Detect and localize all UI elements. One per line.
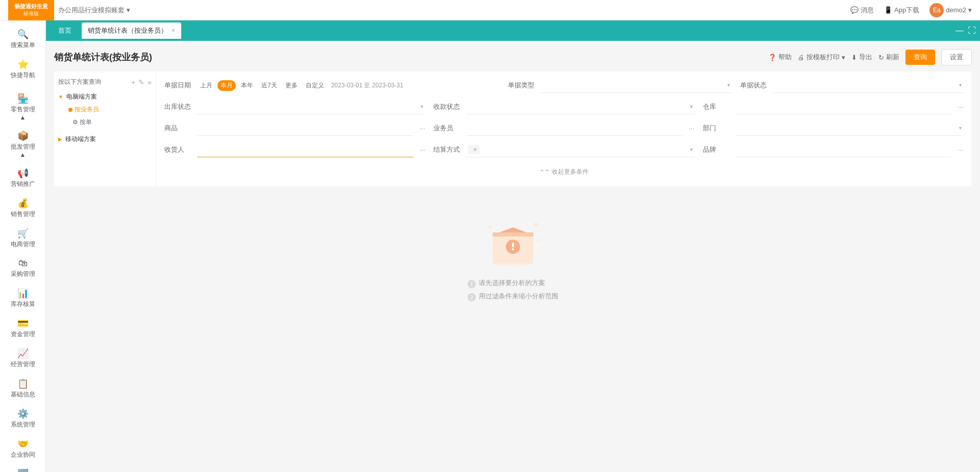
out-status-label: 出库状态	[164, 102, 193, 111]
filter-doc-type-field: 单据类型 ▾	[508, 78, 731, 93]
print-btn[interactable]: 🖨 按模板打印 ▾	[798, 53, 845, 62]
sidebar-item-basic-info[interactable]: 📋 基础信息	[3, 374, 43, 403]
content-area: 首页 销货单统计表（按业务员） × — ⛶ 销货单统计表(按业务员)	[46, 20, 980, 472]
filter-panel: 按以下方案查询 + ✎ « ▼ 电脑端方案	[54, 72, 972, 186]
sidebar-item-purchase[interactable]: 🛍 采购管理	[3, 254, 43, 282]
sidebar-item-retail[interactable]: 🏪 零售管理 ▲	[3, 89, 43, 125]
tab-active[interactable]: 销货单统计表（按业务员） ×	[82, 22, 181, 39]
date-this-month-btn[interactable]: 本月	[217, 80, 236, 91]
help-btn[interactable]: ❓ 帮助	[768, 53, 792, 62]
payment-tag-close-btn[interactable]: ×	[473, 146, 477, 153]
sidebar-item-inventory[interactable]: 📊 库存核算	[3, 284, 43, 313]
salesperson-more-icon[interactable]: ···	[689, 124, 695, 132]
page-content: 销货单统计表(按业务员) ❓ 帮助 🖨 按模板打印 ▾ ⬇	[46, 41, 980, 472]
tab-home[interactable]: 首页	[50, 20, 80, 41]
filter-area: 单据日期 上月 本月 本年 近7天 更多 自定义 2023-03-01 至 20…	[156, 72, 972, 186]
filter-row-1: 单据日期 上月 本月 本年 近7天 更多 自定义 2023-03-01 至 20…	[164, 78, 964, 93]
logo: 畅捷通好生意 标准版	[8, 0, 54, 20]
sidebar-item-marketing[interactable]: 📢 营销推广	[3, 163, 43, 193]
sidebar-item-sales[interactable]: 💰 销售管理	[3, 194, 43, 223]
scheme-item-by-doc[interactable]: ⚙ 按单	[58, 116, 152, 129]
sidebar-item-onboarding[interactable]: 🆕 新手引导	[3, 464, 43, 472]
sidebar-item-search[interactable]: 🔍 搜索菜单	[3, 25, 43, 54]
receive-status-label: 收款状态	[433, 102, 462, 111]
empty-hint-1: 1 请先选择要分析的方案	[468, 278, 558, 290]
payment-method-chevron-icon: ▾	[690, 147, 693, 152]
scheme-group-header-pc[interactable]: ▼ 电脑端方案	[58, 90, 152, 103]
out-status-select[interactable]: ▾	[197, 99, 425, 114]
app-download-btn[interactable]: 📱 App下载	[884, 6, 919, 15]
consignee-label: 收货人	[164, 145, 193, 154]
brand-more-icon[interactable]: ···	[958, 146, 964, 154]
filter-receive-status-field: 收款状态 ▾	[433, 99, 694, 114]
date-more-btn[interactable]: 更多	[282, 80, 301, 91]
query-btn[interactable]: 查询	[905, 50, 935, 65]
warehouse-input[interactable]	[736, 99, 952, 114]
scheme-collapse-btn[interactable]: «	[148, 78, 152, 86]
scheme-edit-btn[interactable]: ✎	[138, 78, 144, 86]
doc-status-label: 单据状态	[740, 81, 769, 90]
logo-text: 畅捷通好生意	[14, 3, 48, 10]
sidebar-item-wholesale[interactable]: 📦 批发管理 ▲	[3, 126, 43, 162]
doc-status-select[interactable]: ▾	[773, 78, 964, 93]
collapse-btn[interactable]: ⌃⌃ 收起更多条件	[540, 168, 589, 176]
messages-btn[interactable]: 💬 消息	[850, 6, 874, 15]
sidebar-item-system[interactable]: ⚙️ 系统管理	[3, 404, 43, 433]
page-actions: ❓ 帮助 🖨 按模板打印 ▾ ⬇ 导出 ↻	[768, 49, 972, 65]
app-dropdown[interactable]: 办公用品行业模拟账套 ▾	[58, 6, 130, 15]
date-custom-btn[interactable]: 自定义	[303, 80, 327, 91]
doc-type-chevron-icon: ▾	[727, 82, 730, 88]
salesperson-input[interactable]	[466, 121, 682, 136]
header-left: 畅捷通好生意 标准版 办公用品行业模拟账套 ▾	[8, 0, 130, 20]
refresh-btn[interactable]: ↻ 刷新	[878, 53, 899, 62]
receive-status-chevron-icon: ▾	[690, 104, 693, 109]
tab-maximize-btn[interactable]: ⛶	[968, 26, 976, 35]
sidebar-item-operations[interactable]: 📈 经营管理	[3, 344, 43, 373]
scheme-item-by-salesperson[interactable]: 按业务员	[58, 103, 152, 116]
consignee-more-icon[interactable]: ···	[420, 146, 426, 154]
settings-btn[interactable]: 设置	[941, 49, 972, 65]
sidebar-item-finance[interactable]: 💳 资金管理	[3, 314, 43, 343]
export-btn[interactable]: ⬇ 导出	[851, 53, 872, 62]
doc-type-select[interactable]: ▾	[541, 78, 731, 93]
sidebar-item-enterprise[interactable]: 🤝 企业协同	[3, 434, 43, 463]
payment-method-select[interactable]: × ▾	[466, 142, 694, 157]
department-chevron-icon: ▾	[959, 125, 962, 131]
department-select[interactable]: ▾	[736, 121, 964, 136]
empty-illustration	[482, 217, 544, 268]
date-this-year-btn[interactable]: 本年	[238, 80, 256, 91]
scheme-group-pc: ▼ 电脑端方案 按业务员 ⚙ 按单	[58, 90, 152, 129]
brand-label: 品牌	[703, 145, 731, 154]
scheme-add-btn[interactable]: +	[131, 78, 135, 86]
product-label: 商品	[164, 124, 193, 133]
tab-minimize-btn[interactable]: —	[955, 26, 964, 35]
payment-method-tag: ×	[468, 145, 480, 154]
page-title-bar: 销货单统计表(按业务员) ❓ 帮助 🖨 按模板打印 ▾ ⬇	[54, 49, 972, 65]
filter-product-field: 商品 ···	[164, 121, 425, 136]
header-right: 💬 消息 📱 App下载 Ea demo2 ▾	[850, 3, 972, 17]
product-input[interactable]	[197, 121, 413, 136]
filter-warehouse-field: 仓库 ···	[703, 99, 964, 114]
product-more-icon[interactable]: ···	[420, 124, 426, 132]
receive-status-select[interactable]: ▾	[466, 99, 694, 114]
brand-input[interactable]	[736, 142, 952, 157]
sidebar-item-quick-nav[interactable]: ⭐ 快捷导航	[3, 55, 43, 84]
tab-close-btn[interactable]: ×	[172, 27, 175, 34]
consignee-input[interactable]	[197, 142, 413, 157]
empty-hint-2: 2 用过滤条件来缩小分析范围	[468, 292, 558, 303]
top-header: 畅捷通好生意 标准版 办公用品行业模拟账套 ▾ 💬 消息 📱 App下载 Ea	[0, 0, 980, 20]
warehouse-label: 仓库	[703, 102, 731, 111]
date-last7-btn[interactable]: 近7天	[258, 80, 280, 91]
warehouse-more-icon[interactable]: ···	[958, 103, 964, 111]
date-last-month-btn[interactable]: 上月	[197, 80, 215, 91]
scheme-active-dot	[68, 108, 72, 112]
department-label: 部门	[703, 124, 731, 133]
sidebar-item-ecommerce[interactable]: 🛒 电商管理	[3, 224, 43, 253]
date-label: 单据日期	[164, 81, 193, 90]
filter-department-field: 部门 ▾	[703, 121, 964, 136]
scheme-group-header-mobile[interactable]: ▶ 移动端方案	[58, 133, 152, 146]
scheme-header: 按以下方案查询 + ✎ «	[58, 76, 152, 90]
filter-brand-field: 品牌 ···	[703, 142, 964, 157]
logo-sub: 标准版	[23, 10, 39, 17]
user-menu[interactable]: Ea demo2 ▾	[929, 3, 972, 17]
